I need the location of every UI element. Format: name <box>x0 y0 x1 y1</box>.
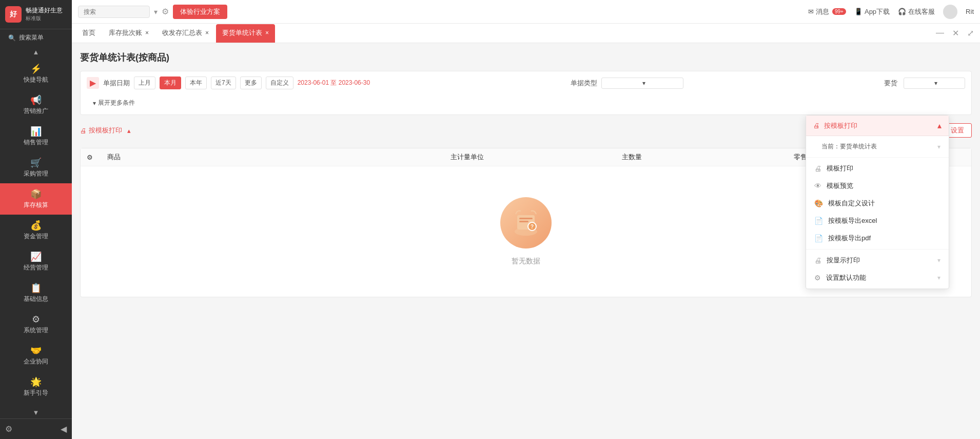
sidebar-item-sales[interactable]: 📊 销售管理 <box>0 121 72 152</box>
order-type-select[interactable]: ▾ <box>904 78 965 89</box>
dropdown-item-template-custom[interactable]: 🎨 模板自定义设计 <box>806 195 949 212</box>
message-action[interactable]: ✉ 消息 99+ <box>808 7 846 16</box>
sidebar-item-system[interactable]: ⚙ 系统管理 <box>0 309 72 340</box>
tab-collection-report[interactable]: 收发存汇总表 × <box>156 24 215 43</box>
logo-icon: 好 <box>5 6 22 23</box>
display-print-icon: 🖨 <box>814 256 821 264</box>
basic-icon: 📋 <box>30 282 42 294</box>
dropdown-item-template-export-excel[interactable]: 📄 按模板导出excel <box>806 212 949 230</box>
col-unit: 主计量单位 <box>450 152 622 162</box>
empty-icon: ? <box>500 197 552 249</box>
sidebar-item-purchase[interactable]: 🛒 采购管理 <box>0 152 72 183</box>
username-label: Rit <box>966 8 974 15</box>
enterprise-icon: 🤝 <box>30 345 42 356</box>
type-label: 单据类型 <box>571 79 597 88</box>
set-default-arrow: ▾ <box>937 274 940 281</box>
topbar-actions: ✉ 消息 99+ 📱 App下载 🎧 在线客服 Rit <box>808 5 974 19</box>
sidebar-footer: ⚙ ◀ <box>0 418 72 439</box>
close-window-btn[interactable]: ✕ <box>950 26 961 40</box>
dropdown-item-template-export-pdf[interactable]: 📄 按模板导出pdf <box>806 230 949 247</box>
purchase-icon: 🛒 <box>30 157 42 168</box>
template-excel-icon: 📄 <box>814 217 823 225</box>
print-btn[interactable]: 🖨 按模板打印 <box>80 126 122 135</box>
date-btn-more[interactable]: 更多 <box>240 77 262 89</box>
logo-text: 畅捷通好生意 标准版 <box>26 7 63 22</box>
main-area: ▾ ⚙ 体验行业方案 ✉ 消息 99+ 📱 App下载 🎧 在线客服 Rit 首… <box>72 0 980 439</box>
dropdown-current-section: 当前：要货单统计表 ▾ <box>806 136 949 158</box>
date-btn-7days[interactable]: 近7天 <box>211 77 236 89</box>
dropdown-item-template-preview[interactable]: 👁 模板预览 <box>806 177 949 195</box>
app-download-icon: 📱 <box>854 8 863 15</box>
sidebar: 好 畅捷通好生意 标准版 🔍 搜索菜单 ▲ ⚡ 快捷导航 📢 营销推广 📊 销售… <box>0 0 72 439</box>
operation-icon: 📈 <box>30 251 42 262</box>
date-btn-custom[interactable]: 自定义 <box>266 77 293 89</box>
app-logo: 好 畅捷通好生意 标准版 <box>0 0 72 29</box>
set-default-icon: ⚙ <box>814 274 821 282</box>
sidebar-item-finance[interactable]: 💰 资金管理 <box>0 215 72 246</box>
sidebar-item-quick-nav[interactable]: ⚡ 快捷导航 <box>0 58 72 89</box>
dropdown-header[interactable]: 🖨 按模板打印 ▴ <box>806 116 949 136</box>
type-select[interactable]: ▾ <box>601 78 683 89</box>
sidebar-scroll-down[interactable]: ▼ <box>0 407 72 418</box>
page-content: 要货单统计表(按商品) ▶ 单据日期 上月 本月 本年 近7天 更多 自定义 2… <box>72 43 980 439</box>
tab-home[interactable]: 首页 <box>76 24 102 43</box>
col-qty: 主数量 <box>622 152 793 162</box>
collapse-icon[interactable]: ◀ <box>61 424 67 434</box>
app-download-action[interactable]: 📱 App下载 <box>854 7 890 16</box>
online-service-action[interactable]: 🎧 在线客服 <box>898 7 935 16</box>
filter-row-1: ▶ 单据日期 上月 本月 本年 近7天 更多 自定义 2023-06-01 至 … <box>87 77 965 89</box>
filter-expand-icon[interactable]: ▶ <box>87 77 99 89</box>
current-item-arrow: ▾ <box>937 143 940 150</box>
sidebar-item-newbie[interactable]: 🌟 新手引导 <box>0 371 72 403</box>
type-select-arrow: ▾ <box>642 80 678 87</box>
sidebar-item-enterprise[interactable]: 🤝 企业协同 <box>0 340 72 371</box>
expand-more-btn[interactable]: ▾ 展开更多条件 <box>87 97 141 109</box>
expand-icon: ▾ <box>93 100 96 107</box>
display-print-arrow: ▾ <box>937 257 940 264</box>
sidebar-item-basic[interactable]: 📋 基础信息 <box>0 277 72 309</box>
template-preview-icon: 👁 <box>814 182 821 190</box>
sales-icon: 📊 <box>30 126 42 137</box>
dropdown-item-template-print[interactable]: 🖨 模板打印 <box>806 160 949 177</box>
topbar-dropdown-arrow[interactable]: ▾ <box>154 8 158 16</box>
print-dropdown: 🖨 按模板打印 ▴ 当前：要货单统计表 ▾ 🖨 模板打印 👁 模板预览 <box>806 115 949 289</box>
sidebar-search[interactable]: 🔍 搜索菜单 <box>0 29 72 46</box>
col-settings[interactable]: ⚙ <box>87 154 107 161</box>
topbar-gear-icon[interactable]: ⚙ <box>162 7 169 16</box>
trial-button[interactable]: 体验行业方案 <box>173 5 227 19</box>
service-icon: 🎧 <box>898 8 906 15</box>
date-btn-this-year[interactable]: 本年 <box>185 77 207 89</box>
finance-icon: 💰 <box>30 220 42 231</box>
sidebar-item-inventory[interactable]: 📦 库存核算 <box>0 183 72 215</box>
svg-text:?: ? <box>531 224 534 230</box>
col-product: 商品 <box>107 152 450 162</box>
template-print-icon: 🖨 <box>814 164 821 173</box>
dropdown-item-display-print[interactable]: 🖨 按显示打印 ▾ <box>806 252 949 269</box>
date-btn-prev-month[interactable]: 上月 <box>134 77 155 89</box>
dropdown-item-set-default[interactable]: ⚙ 设置默认功能 ▾ <box>806 269 949 287</box>
tab-order-stats[interactable]: 要货单统计表 × <box>216 24 275 43</box>
topbar-search-input[interactable] <box>78 6 150 18</box>
print-arrow[interactable]: ▴ <box>127 127 131 135</box>
tabs-window-controls: — ✕ ⤢ <box>934 26 976 40</box>
inventory-icon: 📦 <box>30 188 42 200</box>
tab-close-collection-report[interactable]: × <box>205 29 209 36</box>
settings-icon[interactable]: ⚙ <box>5 424 12 434</box>
quick-nav-icon: ⚡ <box>30 63 42 74</box>
expand-window-btn[interactable]: ⤢ <box>965 26 976 40</box>
sidebar-item-operation[interactable]: 📈 经营管理 <box>0 246 72 277</box>
sidebar-item-marketing[interactable]: 📢 营销推广 <box>0 89 72 121</box>
system-icon: ⚙ <box>32 314 40 325</box>
dropdown-current-item[interactable]: 当前：要货单统计表 ▾ <box>806 138 949 155</box>
tab-close-order-stats[interactable]: × <box>265 29 269 36</box>
date-btn-this-month[interactable]: 本月 <box>160 77 181 89</box>
user-avatar[interactable] <box>943 5 957 19</box>
dropdown-close-arrow[interactable]: ▴ <box>937 121 942 130</box>
date-range-display: 2023-06-01 至 2023-06-30 <box>298 79 370 87</box>
minimize-window-btn[interactable]: — <box>934 26 946 40</box>
sidebar-item-appstore[interactable]: 🔧 应用中心 <box>0 403 72 407</box>
tab-close-inventory-batch[interactable]: × <box>145 29 149 36</box>
order-type-select-arrow: ▾ <box>934 80 959 87</box>
tab-inventory-batch[interactable]: 库存批次账 × <box>103 24 155 43</box>
sidebar-scroll-up[interactable]: ▲ <box>0 46 72 58</box>
